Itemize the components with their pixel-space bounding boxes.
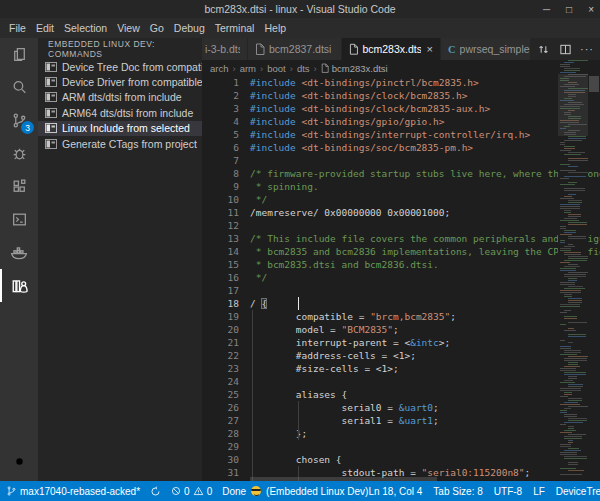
- code-line[interactable]: 8/* firmware-provided startup stubs live…: [202, 167, 600, 180]
- code-line[interactable]: 3#include <dt-bindings/clock/bcm2835-aux…: [202, 102, 600, 115]
- sidebar-item-arm-dts[interactable]: ARM dts/dtsi from include: [38, 90, 202, 105]
- tab-size-status[interactable]: Tab Size: 8: [433, 486, 482, 497]
- scrollbar-thumb[interactable]: [589, 76, 599, 92]
- sidebar-item-generate-ctags[interactable]: Generate CTags from project: [38, 136, 202, 151]
- explorer-icon[interactable]: [0, 38, 38, 71]
- code-line[interactable]: 2#include <dt-bindings/clock/bcm2835.h>: [202, 89, 600, 102]
- more-actions-icon[interactable]: ···: [578, 40, 596, 58]
- menu-edit[interactable]: Edit: [31, 22, 59, 34]
- sync-icon: [150, 486, 161, 497]
- split-editor-icon[interactable]: [556, 40, 574, 58]
- tab-bcm2837-dtsi[interactable]: bcm2837.dtsi: [248, 38, 342, 60]
- minimap-viewport[interactable]: [558, 74, 588, 136]
- code-line[interactable]: 22 #address-cells = <1>;: [202, 349, 600, 362]
- code-line[interactable]: 29: [202, 440, 600, 453]
- status-bar: max17040-rebased-acked* 0 0 Done (Embedd…: [0, 481, 600, 501]
- code-line[interactable]: 20 model = "BCM2835";: [202, 323, 600, 336]
- vertical-scrollbar[interactable]: [588, 60, 600, 481]
- code-line[interactable]: 9 * spinning.: [202, 180, 600, 193]
- sidebar-item-arm64-dts[interactable]: ARM64 dts/dtsi from include: [38, 105, 202, 120]
- code-line[interactable]: 23 #size-cells = <1>;: [202, 362, 600, 375]
- code-line[interactable]: 25 aliases {: [202, 388, 600, 401]
- language-mode-status[interactable]: DeviceTree: [556, 486, 600, 497]
- source-control-icon[interactable]: 3: [0, 104, 38, 137]
- minimap[interactable]: [558, 60, 588, 481]
- line-number: 19: [202, 310, 248, 323]
- code-line[interactable]: 19 compatible = "brcm,bcm2835";: [202, 310, 600, 323]
- sidebar-item-device-tree-doc[interactable]: Device Tree Doc from compatible: [38, 59, 202, 74]
- text-cursor: [298, 297, 299, 310]
- line-number: 16: [202, 271, 248, 284]
- code-line[interactable]: 18/ {: [202, 297, 600, 310]
- minimize-button[interactable]: ─: [543, 4, 550, 15]
- search-icon[interactable]: [0, 71, 38, 104]
- terminal-icon[interactable]: [0, 203, 38, 236]
- window-title: bcm283x.dtsi - linux - Visual Studio Cod…: [0, 3, 600, 15]
- code-line[interactable]: 21 interrupt-parent = <&intc>;: [202, 336, 600, 349]
- close-button[interactable]: ×: [588, 4, 594, 15]
- code-text: */: [250, 193, 267, 206]
- menu-view[interactable]: View: [112, 22, 145, 34]
- command-label: ARM dts/dtsi from include: [62, 91, 182, 103]
- code-line[interactable]: 1#include <dt-bindings/pinctrl/bcm2835.h…: [202, 76, 600, 89]
- code-line[interactable]: 15 * bcm2835.dtsi and bcm2836.dtsi.: [202, 258, 600, 271]
- menu-terminal[interactable]: Terminal: [210, 22, 260, 34]
- menu-file[interactable]: File: [4, 22, 31, 34]
- code-line[interactable]: 14 * bcm2835 and bcm2836 implementations…: [202, 245, 600, 258]
- maximize-button[interactable]: □: [566, 4, 572, 15]
- code-text: * spinning.: [250, 180, 319, 193]
- code-editor[interactable]: 1#include <dt-bindings/pinctrl/bcm2835.h…: [202, 76, 600, 481]
- docker-icon[interactable]: [0, 236, 38, 269]
- menu-help[interactable]: Help: [259, 22, 291, 34]
- code-line[interactable]: 26 serial0 = &uart0;: [202, 401, 600, 414]
- breadcrumb-arm[interactable]: arm: [240, 63, 256, 74]
- sidebar-item-device-driver[interactable]: Device Driver from compatible: [38, 74, 202, 89]
- command-label: Device Driver from compatible: [62, 76, 202, 88]
- breadcrumb-boot[interactable]: boot: [267, 63, 286, 74]
- breadcrumb-file[interactable]: bcm283x.dtsi: [321, 63, 388, 74]
- code-line[interactable]: 24: [202, 375, 600, 388]
- activity-bar: 3: [0, 38, 38, 481]
- settings-gear-icon[interactable]: [0, 446, 38, 476]
- breadcrumb-arch[interactable]: arch: [210, 63, 228, 74]
- line-number: 8: [202, 167, 248, 180]
- code-line[interactable]: 28 };: [202, 427, 600, 440]
- vscode-window: bcm283x.dtsi - linux - Visual Studio Cod…: [0, 0, 600, 501]
- menu-selection[interactable]: Selection: [59, 22, 112, 34]
- line-number: 2: [202, 89, 248, 102]
- sync-status[interactable]: [150, 486, 161, 497]
- menu-debug[interactable]: Debug: [169, 22, 210, 34]
- line-number: 29: [202, 440, 248, 453]
- menu-go[interactable]: Go: [145, 22, 169, 34]
- git-branch-status[interactable]: max17040-rebased-acked*: [6, 485, 140, 497]
- code-line[interactable]: 12: [202, 219, 600, 232]
- code-line[interactable]: 17: [202, 284, 600, 297]
- eol-status[interactable]: LF: [533, 486, 545, 497]
- chevron-right-icon: ›: [232, 63, 235, 74]
- encoding-status[interactable]: UTF-8: [494, 486, 522, 497]
- code-line[interactable]: 4#include <dt-bindings/gpio/gpio.h>: [202, 115, 600, 128]
- extensions-icon[interactable]: [0, 170, 38, 203]
- breadcrumb-dts[interactable]: dts: [297, 63, 310, 74]
- code-line[interactable]: 30 chosen {: [202, 453, 600, 466]
- problems-status[interactable]: 0 0: [171, 486, 212, 497]
- code-line[interactable]: 11/memreserve/ 0x00000000 0x00001000;: [202, 206, 600, 219]
- code-line[interactable]: 6#include <dt-bindings/soc/bcm2835-pm.h>: [202, 141, 600, 154]
- tab-close-icon[interactable]: ×: [427, 43, 433, 55]
- code-line[interactable]: 5#include <dt-bindings/interrupt-control…: [202, 128, 600, 141]
- embedded-linux-dev-icon[interactable]: [0, 269, 38, 302]
- tab-bcm283x-dtsi[interactable]: bcm283x.dtsi ×: [342, 38, 441, 60]
- code-line[interactable]: 10 */: [202, 193, 600, 206]
- code-line[interactable]: 16 */: [202, 271, 600, 284]
- debug-icon[interactable]: [0, 137, 38, 170]
- code-line[interactable]: 13/* This include file covers the common…: [202, 232, 600, 245]
- code-line[interactable]: 7: [202, 154, 600, 167]
- tab-rpi-3-b-dts[interactable]: i-3-b.dts: [202, 38, 248, 60]
- task-status[interactable]: Done (Embedded Linux Dev): [222, 486, 368, 497]
- code-line[interactable]: 27 serial1 = &uart1;: [202, 414, 600, 427]
- sync-arrows-icon[interactable]: [534, 40, 552, 58]
- cursor-position-status[interactable]: Ln 18, Col 4: [368, 486, 422, 497]
- code-text: #include <dt-bindings/clock/bcm2835.h>: [250, 89, 467, 102]
- editor-actions: ···: [530, 38, 600, 60]
- sidebar-item-linux-include-selected[interactable]: Linux Include from selected: [38, 121, 202, 136]
